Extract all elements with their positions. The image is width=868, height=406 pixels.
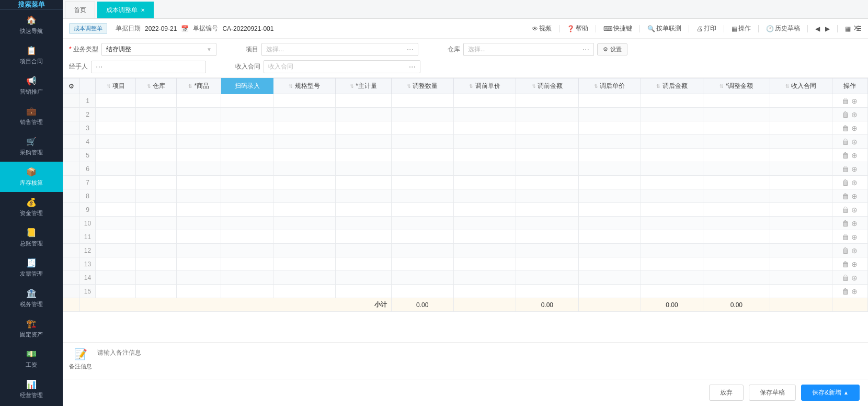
cell-scan-input[interactable] (221, 94, 273, 108)
cell-adjust-amount[interactable] (703, 257, 770, 271)
history-btn[interactable]: 🕐 历史草稿 (766, 24, 800, 33)
cell-warehouse[interactable] (136, 108, 176, 121)
cell-adjust-qty[interactable] (391, 244, 453, 257)
copy-row-icon[interactable]: ⊕ (851, 97, 858, 105)
cell-adjust-amount[interactable] (703, 189, 770, 203)
cell-project[interactable] (96, 203, 136, 217)
nav-next-btn[interactable]: ▶ (825, 25, 830, 32)
cell-warehouse[interactable] (136, 135, 176, 149)
cell-warehouse[interactable] (136, 94, 176, 108)
cell-pre-amount[interactable] (516, 203, 578, 217)
cell-warehouse[interactable] (136, 203, 176, 217)
cell-adjust-amount[interactable] (703, 149, 770, 162)
warehouse-dots[interactable]: ··· (583, 46, 589, 54)
copy-row-icon[interactable]: ⊕ (851, 287, 858, 296)
cell-post-unit-price[interactable] (578, 285, 641, 298)
save-new-button[interactable]: 保存&新增 ▲ (801, 385, 860, 401)
cell-goods[interactable] (176, 257, 221, 271)
cell-pre-amount[interactable] (516, 176, 578, 189)
cell-pre-amount[interactable] (516, 94, 578, 108)
cell-goods[interactable] (176, 203, 221, 217)
cell-income-contract[interactable] (770, 121, 832, 135)
cell-post-amount[interactable] (641, 257, 703, 271)
cell-pre-amount[interactable] (516, 162, 578, 176)
cell-pre-unit-price[interactable] (453, 189, 516, 203)
cell-warehouse[interactable] (136, 217, 176, 230)
sidebar-item-tax-mgmt[interactable]: 🏦 税务管理 (0, 283, 63, 313)
cell-pre-unit-price[interactable] (453, 94, 516, 108)
cell-pre-unit-price[interactable] (453, 244, 516, 257)
cell-scan-input[interactable] (221, 108, 273, 121)
cell-post-amount[interactable] (641, 189, 703, 203)
help-btn[interactable]: ❓ 帮助 (567, 24, 588, 33)
cell-goods[interactable] (176, 230, 221, 244)
cell-pre-amount[interactable] (516, 285, 578, 298)
cell-scan-input[interactable] (221, 121, 273, 135)
cell-project[interactable] (96, 149, 136, 162)
cell-post-unit-price[interactable] (578, 162, 641, 176)
cell-goods[interactable] (176, 162, 221, 176)
cell-goods[interactable] (176, 285, 221, 298)
cell-adjust-amount[interactable] (703, 271, 770, 285)
cell-warehouse[interactable] (136, 244, 176, 257)
print-btn[interactable]: 🖨 打印 (696, 24, 716, 33)
delete-row-icon[interactable]: 🗑 (842, 124, 849, 132)
handler-dots[interactable]: ··· (96, 63, 102, 71)
cell-pre-unit-price[interactable] (453, 176, 516, 189)
cell-income-contract[interactable] (770, 285, 832, 298)
cell-goods[interactable] (176, 149, 221, 162)
cell-adjust-qty[interactable] (391, 108, 453, 121)
col-goods-header[interactable]: ⇅ *商品 (176, 78, 221, 94)
cell-adjust-qty[interactable] (391, 285, 453, 298)
cell-main-qty[interactable] (336, 162, 392, 176)
col-income-contract-header[interactable]: ⇅ 收入合同 (770, 78, 832, 94)
delete-row-icon[interactable]: 🗑 (842, 206, 849, 214)
cell-scan-input[interactable] (221, 257, 273, 271)
sidebar-item-fixed-assets[interactable]: 🏗️ 固定资产 (0, 313, 63, 344)
delete-row-icon[interactable]: 🗑 (842, 165, 849, 173)
tab-cost-adjust[interactable]: 成本调整单 ✕ (97, 2, 154, 18)
cell-post-amount[interactable] (641, 217, 703, 230)
delete-row-icon[interactable]: 🗑 (842, 138, 849, 146)
cell-scan-input[interactable] (221, 176, 273, 189)
shortcut-btn[interactable]: ⌨ 快捷键 (603, 24, 632, 33)
cell-pre-amount[interactable] (516, 149, 578, 162)
col-spec-header[interactable]: ⇅ 规格型号 (273, 78, 335, 94)
cell-spec[interactable] (273, 271, 335, 285)
cell-scan-input[interactable] (221, 285, 273, 298)
cell-spec[interactable] (273, 189, 335, 203)
cell-post-amount[interactable] (641, 135, 703, 149)
cell-goods[interactable] (176, 176, 221, 189)
cell-pre-unit-price[interactable] (453, 230, 516, 244)
cell-main-qty[interactable] (336, 244, 392, 257)
cell-post-amount[interactable] (641, 162, 703, 176)
cell-scan-input[interactable] (221, 149, 273, 162)
cell-income-contract[interactable] (770, 271, 832, 285)
cell-adjust-amount[interactable] (703, 244, 770, 257)
copy-row-icon[interactable]: ⊕ (851, 124, 858, 132)
cell-post-unit-price[interactable] (578, 149, 641, 162)
cell-adjust-qty[interactable] (391, 189, 453, 203)
cell-main-qty[interactable] (336, 203, 392, 217)
project-dots[interactable]: ··· (407, 46, 414, 54)
cell-project[interactable] (96, 257, 136, 271)
cell-spec[interactable] (273, 149, 335, 162)
cell-warehouse[interactable] (136, 121, 176, 135)
cell-pre-amount[interactable] (516, 230, 578, 244)
cell-post-amount[interactable] (641, 230, 703, 244)
cell-spec[interactable] (273, 203, 335, 217)
delete-row-icon[interactable]: 🗑 (842, 219, 849, 228)
delete-row-icon[interactable]: 🗑 (842, 97, 849, 105)
cell-pre-amount[interactable] (516, 217, 578, 230)
cell-project[interactable] (96, 217, 136, 230)
cell-pre-unit-price[interactable] (453, 108, 516, 121)
settings-button[interactable]: ⚙ 设置 (597, 43, 627, 55)
cell-scan-input[interactable] (221, 203, 273, 217)
sidebar-item-sales-mgmt[interactable]: 💼 销售管理 (0, 101, 63, 131)
cell-project[interactable] (96, 271, 136, 285)
cell-post-unit-price[interactable] (578, 189, 641, 203)
cell-adjust-amount[interactable] (703, 94, 770, 108)
cell-spec[interactable] (273, 217, 335, 230)
delete-row-icon[interactable]: 🗑 (842, 287, 849, 296)
cell-goods[interactable] (176, 271, 221, 285)
